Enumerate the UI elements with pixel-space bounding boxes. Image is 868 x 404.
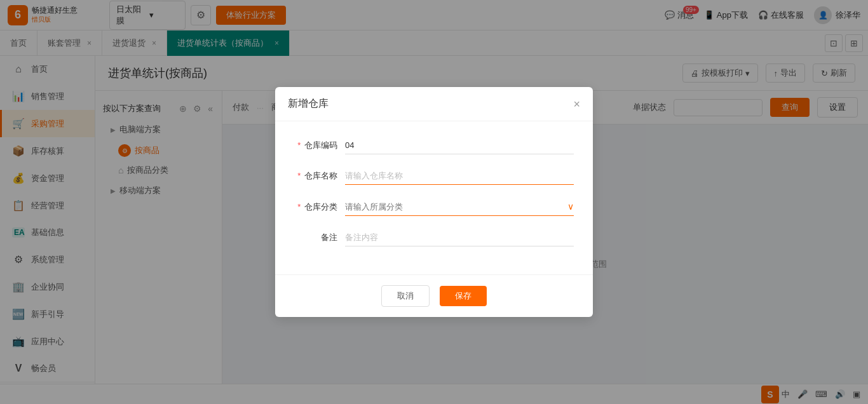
notes-label: 备注	[294, 232, 345, 243]
form-row-category: * 仓库分类 ∨	[294, 198, 574, 216]
category-input[interactable]	[345, 202, 567, 212]
modal-title: 新增仓库	[288, 97, 329, 111]
modal-body: * 仓库编码 * 仓库名称 * 仓库分类	[275, 121, 593, 274]
form-row-name: * 仓库名称	[294, 167, 574, 185]
category-chevron-icon[interactable]: ∨	[567, 201, 574, 212]
modal-header: 新增仓库 ×	[275, 87, 593, 121]
code-label: * 仓库编码	[294, 140, 345, 151]
name-label: * 仓库名称	[294, 170, 345, 182]
category-label: * 仓库分类	[294, 201, 345, 213]
modal-footer: 取消 保存	[275, 274, 593, 317]
name-input[interactable]	[345, 167, 574, 185]
form-row-notes: 备注	[294, 229, 574, 246]
code-input[interactable]	[345, 137, 574, 154]
modal-overlay[interactable]: 新增仓库 × * 仓库编码 * 仓库名称	[0, 0, 868, 404]
save-button[interactable]: 保存	[440, 286, 487, 306]
code-required: *	[297, 140, 301, 150]
category-required: *	[297, 202, 301, 212]
form-row-code: * 仓库编码	[294, 137, 574, 154]
cancel-button[interactable]: 取消	[381, 285, 430, 307]
modal-close-button[interactable]: ×	[573, 98, 580, 110]
category-select-wrap: ∨	[345, 198, 574, 216]
new-warehouse-modal: 新增仓库 × * 仓库编码 * 仓库名称	[275, 87, 593, 317]
name-required: *	[297, 171, 301, 180]
notes-input[interactable]	[345, 229, 574, 246]
